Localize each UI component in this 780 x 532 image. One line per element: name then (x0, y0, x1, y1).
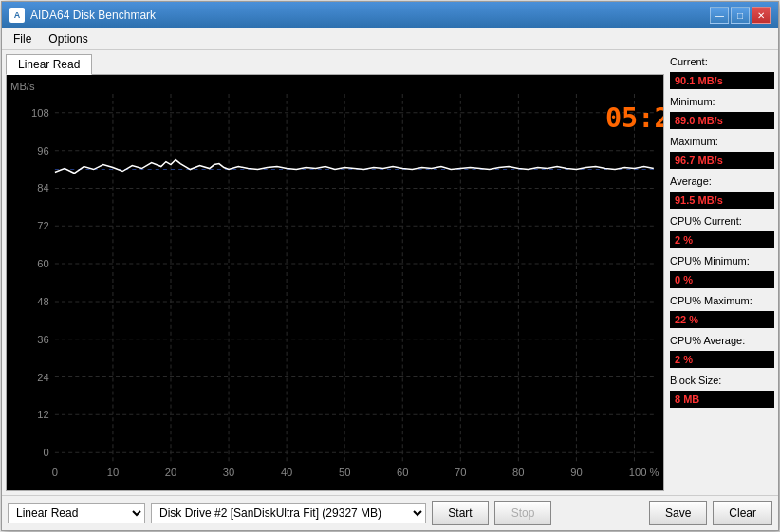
block-size-label: Block Size: (670, 375, 774, 386)
tab-linear-read[interactable]: Linear Read (6, 54, 92, 75)
svg-rect-0 (7, 75, 663, 490)
svg-text:96: 96 (37, 145, 48, 156)
svg-text:90: 90 (570, 467, 582, 478)
svg-text:80: 80 (512, 467, 524, 478)
left-panel: Linear Read (6, 54, 664, 491)
benchmark-dropdown[interactable]: Linear Read Linear Write Random Read Ran… (8, 503, 145, 523)
svg-text:108: 108 (31, 107, 49, 119)
block-size-value: 8 MB (670, 391, 774, 408)
window-title: AIDA64 Disk Benchmark (30, 9, 156, 22)
svg-text:50: 50 (339, 467, 350, 478)
average-label: Average: (670, 175, 774, 187)
svg-text:36: 36 (37, 334, 48, 345)
menu-bar: File Options (2, 28, 778, 50)
svg-text:100 %: 100 % (629, 467, 659, 478)
save-button[interactable]: Save (649, 501, 707, 525)
app-icon: A (9, 8, 25, 23)
bottom-bar: Linear Read Linear Write Random Read Ran… (2, 495, 778, 530)
svg-text:72: 72 (37, 220, 48, 231)
cpu-average-label: CPU% Average: (670, 335, 774, 346)
svg-text:70: 70 (455, 467, 466, 478)
title-bar-controls: — □ ✕ (710, 7, 771, 24)
svg-text:60: 60 (397, 467, 408, 478)
cpu-minimum-value: 0 % (670, 271, 774, 288)
svg-text:0: 0 (52, 467, 58, 478)
svg-text:10: 10 (107, 467, 119, 478)
maximize-button[interactable]: □ (731, 7, 750, 24)
cpu-current-label: CPU% Current: (670, 215, 774, 227)
cpu-maximum-value: 22 % (670, 311, 774, 328)
svg-text:MB/s: MB/s (10, 81, 35, 92)
svg-text:0: 0 (44, 447, 49, 458)
right-panel: Current: 90.1 MB/s Minimum: 89.0 MB/s Ma… (670, 54, 774, 491)
svg-text:60: 60 (37, 258, 48, 269)
stop-button[interactable]: Stop (494, 501, 551, 525)
cpu-minimum-label: CPU% Minimum: (670, 255, 774, 266)
svg-text:24: 24 (37, 372, 48, 383)
svg-text:48: 48 (37, 296, 48, 307)
close-button[interactable]: ✕ (752, 7, 771, 24)
menu-options[interactable]: Options (41, 30, 95, 47)
minimize-button[interactable]: — (710, 7, 729, 24)
current-value: 90.1 MB/s (670, 72, 774, 89)
svg-text:05:22: 05:22 (605, 102, 663, 134)
title-bar: A AIDA64 Disk Benchmark — □ ✕ (2, 2, 778, 28)
minimum-value: 89.0 MB/s (670, 112, 774, 129)
menu-file[interactable]: File (6, 30, 39, 47)
cpu-maximum-label: CPU% Maximum: (670, 295, 774, 306)
disk-dropdown[interactable]: Disk Drive #2 [SanDiskUltra Fit] (29327 … (151, 503, 426, 523)
svg-text:20: 20 (165, 467, 176, 478)
clear-button[interactable]: Clear (713, 501, 772, 525)
chart-svg: 108 96 84 72 60 48 36 24 12 0 MB/s 0 10 … (7, 75, 663, 490)
svg-text:12: 12 (37, 409, 48, 420)
svg-text:30: 30 (223, 467, 234, 478)
svg-text:84: 84 (37, 183, 48, 194)
maximum-value: 96.7 MB/s (670, 152, 774, 169)
main-content: Linear Read (2, 50, 778, 495)
tab-bar: Linear Read (6, 54, 664, 75)
main-window: A AIDA64 Disk Benchmark — □ ✕ File Optio… (1, 1, 779, 531)
minimum-label: Minimum: (670, 96, 774, 107)
cpu-current-value: 2 % (670, 231, 774, 248)
cpu-average-value: 2 % (670, 351, 774, 368)
maximum-label: Maximum: (670, 136, 774, 147)
start-button[interactable]: Start (432, 501, 489, 525)
average-value: 91.5 MB/s (670, 192, 774, 209)
current-label: Current: (670, 56, 774, 67)
title-bar-left: A AIDA64 Disk Benchmark (9, 8, 156, 23)
chart-area: 108 96 84 72 60 48 36 24 12 0 MB/s 0 10 … (6, 74, 664, 491)
svg-text:40: 40 (281, 467, 292, 478)
